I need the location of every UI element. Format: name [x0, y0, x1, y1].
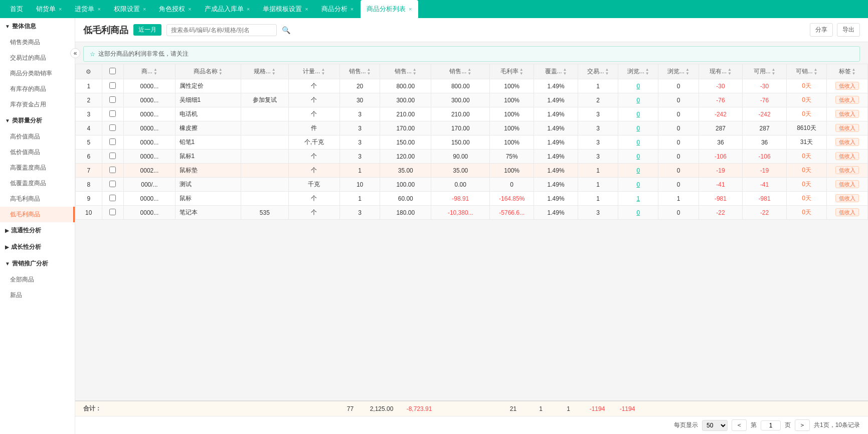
- row-browse1[interactable]: 0: [618, 206, 658, 220]
- col-header-gross_rate[interactable]: 毛利率▲▼: [490, 64, 534, 79]
- row-select-checkbox[interactable]: [109, 167, 116, 173]
- sidebar-item-有库存的商品[interactable]: 有库存的商品: [0, 81, 75, 97]
- row-browse1[interactable]: 0: [618, 107, 658, 121]
- row-checkbox[interactable]: [102, 192, 124, 206]
- row-code: 0000...: [124, 121, 175, 135]
- nav-item-商品分析[interactable]: 商品分析×: [315, 0, 360, 18]
- search-button[interactable]: 🔍: [282, 26, 290, 34]
- col-header-sales_price[interactable]: 销售...▲▼: [380, 64, 431, 79]
- row-available: -22: [743, 206, 787, 220]
- row-checkbox[interactable]: [102, 79, 124, 93]
- nav-item-进货单[interactable]: 进货单×: [69, 0, 106, 18]
- row-browse1[interactable]: 0: [618, 79, 658, 93]
- select-all-checkbox[interactable]: [109, 68, 116, 74]
- col-header-sales_qty[interactable]: 销售...▲▼: [339, 64, 380, 79]
- row-select-checkbox[interactable]: [109, 110, 116, 117]
- row-browse1[interactable]: 0: [618, 150, 658, 164]
- row-browse2: 0: [658, 79, 699, 93]
- sidebar-item-高覆盖度商品[interactable]: 高覆盖度商品: [0, 160, 75, 176]
- sidebar-item-销售类商品[interactable]: 销售类商品: [0, 35, 75, 50]
- nav-item-角色授权[interactable]: 角色授权×: [153, 0, 197, 18]
- nav-item-商品分析列表[interactable]: 商品分析列表×: [361, 0, 418, 18]
- row-checkbox[interactable]: [102, 107, 124, 121]
- sidebar-group-title[interactable]: ▶成长性分析: [0, 239, 75, 255]
- nav-item-单据模板设置[interactable]: 单据模板设置×: [257, 0, 314, 18]
- sidebar-item-低毛利商品[interactable]: 低毛利商品: [0, 207, 75, 222]
- prev-page-btn[interactable]: ＜: [732, 419, 747, 431]
- sidebar-group-title[interactable]: ▼整体信息: [0, 18, 75, 35]
- row-browse1[interactable]: 0: [618, 135, 658, 150]
- next-page-btn[interactable]: ＞: [795, 419, 810, 431]
- row-select-checkbox[interactable]: [109, 195, 116, 201]
- nav-close-icon[interactable]: ×: [409, 6, 412, 12]
- col-header-coverage[interactable]: 覆盖...▲▼: [534, 64, 578, 79]
- sidebar-item-商品分类助销率[interactable]: 商品分类助销率: [0, 66, 75, 81]
- nav-close-icon[interactable]: ×: [97, 6, 100, 12]
- sidebar-group-title[interactable]: ▼营销推广分析: [0, 255, 75, 272]
- row-browse1[interactable]: 0: [618, 121, 658, 135]
- export-button[interactable]: 导出: [837, 23, 860, 37]
- sidebar-item-高毛利商品[interactable]: 高毛利商品: [0, 191, 75, 207]
- col-header-code[interactable]: 商...▲▼: [124, 64, 175, 79]
- row-browse1[interactable]: 0: [618, 178, 658, 192]
- row-select-checkbox[interactable]: [109, 209, 116, 215]
- row-browse1[interactable]: 0: [618, 164, 658, 178]
- row-checkbox[interactable]: [102, 93, 124, 107]
- row-select-checkbox[interactable]: [109, 96, 116, 103]
- row-checkbox[interactable]: [102, 121, 124, 135]
- col-header-tag[interactable]: 标签▲▼: [827, 64, 868, 79]
- nav-close-icon[interactable]: ×: [247, 6, 250, 12]
- sidebar-item-低价值商品[interactable]: 低价值商品: [0, 144, 75, 160]
- nav-item-产成品入库单[interactable]: 产成品入库单×: [199, 0, 256, 18]
- col-header-transaction[interactable]: 交易...▲▼: [578, 64, 618, 79]
- nav-close-icon[interactable]: ×: [143, 6, 146, 12]
- row-select-checkbox[interactable]: [109, 124, 116, 131]
- row-select-checkbox[interactable]: [109, 82, 116, 89]
- row-unit: 千克: [288, 178, 339, 192]
- sidebar-group-title[interactable]: ▼类群量分析: [0, 112, 75, 129]
- period-btn[interactable]: 近一月: [133, 24, 161, 36]
- tag-badge: 低收入: [835, 124, 859, 132]
- totals-row: 合计： 772,125.00-8,723.912111-1194-1194: [75, 400, 868, 416]
- row-browse1[interactable]: 0: [618, 93, 658, 107]
- col-header-name[interactable]: 商品名称▲▼: [175, 64, 241, 79]
- row-checkbox[interactable]: [102, 164, 124, 178]
- row-checkbox[interactable]: [102, 178, 124, 192]
- col-header-browse2[interactable]: 浏览...▲▼: [658, 64, 699, 79]
- nav-item-首页[interactable]: 首页: [4, 0, 29, 18]
- row-coverage: 1.49%: [534, 206, 578, 220]
- col-header-current_stock[interactable]: 现有...▲▼: [699, 64, 743, 79]
- col-header-sales_amount[interactable]: 销售...▲▼: [431, 64, 490, 79]
- col-header-unit[interactable]: 计量...▲▼: [288, 64, 339, 79]
- share-button[interactable]: 分享: [810, 23, 833, 37]
- row-checkbox[interactable]: [102, 150, 124, 164]
- search-input[interactable]: [166, 24, 277, 36]
- page-size-select[interactable]: 50 100 200: [702, 420, 728, 431]
- col-header-spec[interactable]: 规格...▲▼: [241, 64, 288, 79]
- row-checkbox[interactable]: [102, 206, 124, 220]
- sidebar-item-高价值商品[interactable]: 高价值商品: [0, 129, 75, 144]
- nav-close-icon[interactable]: ×: [305, 6, 308, 12]
- row-select-checkbox[interactable]: [109, 138, 116, 145]
- row-checkbox[interactable]: [102, 135, 124, 150]
- sidebar-item-交易过的商品[interactable]: 交易过的商品: [0, 50, 75, 66]
- nav-close-icon[interactable]: ×: [59, 6, 62, 12]
- page-input[interactable]: [761, 420, 781, 430]
- sidebar-collapse-btn[interactable]: «: [70, 48, 80, 58]
- col-header-available[interactable]: 可用...▲▼: [743, 64, 787, 79]
- sidebar-group-title[interactable]: ▶流通性分析: [0, 222, 75, 239]
- settings-icon[interactable]: ⚙: [86, 68, 91, 75]
- row-select-checkbox[interactable]: [109, 153, 116, 159]
- nav-close-icon[interactable]: ×: [351, 6, 354, 12]
- nav-item-销货单[interactable]: 销货单×: [30, 0, 68, 18]
- row-browse1[interactable]: 1: [618, 192, 658, 206]
- sidebar-item-低覆盖度商品[interactable]: 低覆盖度商品: [0, 176, 75, 191]
- col-header-sellable[interactable]: 可销...▲▼: [786, 64, 826, 79]
- col-header-browse1[interactable]: 浏览...▲▼: [618, 64, 658, 79]
- nav-item-权限设置[interactable]: 权限设置×: [108, 0, 152, 18]
- nav-close-icon[interactable]: ×: [188, 6, 191, 12]
- sidebar-item-全部商品[interactable]: 全部商品: [0, 272, 75, 287]
- row-select-checkbox[interactable]: [109, 181, 116, 187]
- sidebar-item-新品[interactable]: 新品: [0, 287, 75, 303]
- sidebar-item-库存资金占用[interactable]: 库存资金占用: [0, 97, 75, 112]
